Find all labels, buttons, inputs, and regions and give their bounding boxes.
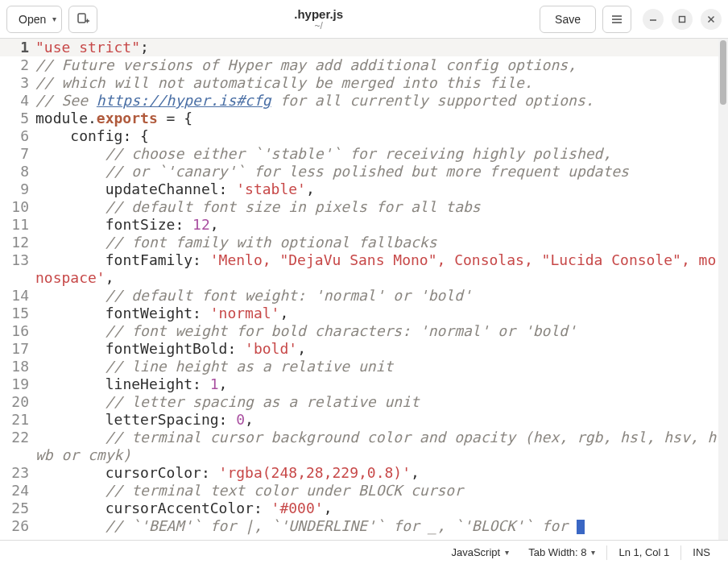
open-button[interactable]: Open ▾ xyxy=(6,6,62,33)
line-content[interactable]: fontWeight: 'normal', xyxy=(34,305,718,322)
line-number: 3 xyxy=(0,74,34,92)
line-number: 13 xyxy=(0,251,34,287)
line-number: 11 xyxy=(0,216,34,234)
line-content[interactable]: config: { xyxy=(34,127,718,145)
separator xyxy=(680,545,681,560)
line-content[interactable]: // font family with optional fallbacks xyxy=(34,234,718,251)
minimize-button[interactable] xyxy=(643,9,664,30)
save-button-label: Save xyxy=(555,13,581,26)
svg-rect-7 xyxy=(680,16,685,22)
line-content[interactable]: // line height as a relative unit xyxy=(34,358,718,375)
code-line[interactable]: 14 // default font weight: 'normal' or '… xyxy=(0,287,718,305)
open-button-label: Open xyxy=(19,13,46,26)
line-content[interactable]: fontSize: 12, xyxy=(34,216,718,234)
line-content[interactable]: // default font size in pixels for all t… xyxy=(34,198,718,216)
chevron-down-icon: ▾ xyxy=(591,548,595,557)
save-button[interactable]: Save xyxy=(540,6,596,33)
line-number: 23 xyxy=(0,464,34,482)
editor-area[interactable]: 1"use strict";2// Future versions of Hyp… xyxy=(0,39,728,540)
line-number: 17 xyxy=(0,340,34,358)
line-content[interactable]: // `'BEAM'` for |, `'UNDERLINE'` for _, … xyxy=(34,517,718,535)
maximize-button[interactable] xyxy=(672,9,693,30)
code-line[interactable]: 17 fontWeightBold: 'bold', xyxy=(0,340,718,358)
line-content[interactable]: updateChannel: 'stable', xyxy=(34,180,718,198)
scrollbar-thumb[interactable] xyxy=(720,40,726,105)
code-line[interactable]: 22 // terminal cursor background color a… xyxy=(0,429,718,464)
text-cursor xyxy=(577,520,585,534)
code-line[interactable]: 26 // `'BEAM'` for |, `'UNDERLINE'` for … xyxy=(0,517,718,535)
code-line[interactable]: 25 cursorAccentColor: '#000', xyxy=(0,500,718,517)
line-content[interactable]: // letter spacing as a relative unit xyxy=(34,393,718,411)
line-number: 20 xyxy=(0,393,34,411)
code-line[interactable]: 6 config: { xyxy=(0,127,718,145)
code-line[interactable]: 1"use strict"; xyxy=(0,39,718,56)
line-content[interactable]: cursorAccentColor: '#000', xyxy=(34,500,718,517)
code-line[interactable]: 23 cursorColor: 'rgba(248,28,229,0.8)', xyxy=(0,464,718,482)
line-number: 26 xyxy=(0,517,34,535)
line-content[interactable]: // See https://hyper.is#cfg for all curr… xyxy=(34,92,718,110)
minimize-icon xyxy=(648,15,658,24)
line-number: 18 xyxy=(0,358,34,375)
maximize-icon xyxy=(677,15,687,24)
new-document-icon xyxy=(76,12,90,27)
code-line[interactable]: 15 fontWeight: 'normal', xyxy=(0,305,718,322)
hamburger-icon xyxy=(610,13,623,26)
line-content[interactable]: fontWeightBold: 'bold', xyxy=(34,340,718,358)
new-tab-button[interactable] xyxy=(68,6,97,33)
insert-mode[interactable]: INS xyxy=(683,546,720,558)
code-line[interactable]: 13 fontFamily: 'Menlo, "DejaVu Sans Mono… xyxy=(0,251,718,287)
cursor-position[interactable]: Ln 1, Col 1 xyxy=(609,546,679,558)
titlebar: Open ▾ .hyper.js ~/ Save xyxy=(0,0,728,39)
code-line[interactable]: 2// Future versions of Hyper may add add… xyxy=(0,56,718,74)
line-content[interactable]: cursorColor: 'rgba(248,28,229,0.8)', xyxy=(34,464,718,482)
line-content[interactable]: lineHeight: 1, xyxy=(34,375,718,393)
line-number: 1 xyxy=(0,39,34,56)
code-line[interactable]: 4// See https://hyper.is#cfg for all cur… xyxy=(0,92,718,110)
line-number: 24 xyxy=(0,482,34,500)
line-content[interactable]: // default font weight: 'normal' or 'bol… xyxy=(34,287,718,305)
hamburger-menu-button[interactable] xyxy=(602,6,631,33)
line-content[interactable]: // or `'canary'` for less polished but m… xyxy=(34,163,718,180)
code-line[interactable]: 7 // choose either `'stable'` for receiv… xyxy=(0,145,718,163)
vertical-scrollbar[interactable] xyxy=(718,39,728,540)
code-lines[interactable]: 1"use strict";2// Future versions of Hyp… xyxy=(0,39,718,540)
language-selector[interactable]: JavaScript ▾ xyxy=(441,546,519,558)
tab-width-selector[interactable]: Tab Width: 8 ▾ xyxy=(519,546,605,558)
line-content[interactable]: // terminal cursor background color and … xyxy=(34,429,718,464)
line-number: 6 xyxy=(0,127,34,145)
line-content[interactable]: // terminal text color under BLOCK curso… xyxy=(34,482,718,500)
code-line[interactable]: 5module.exports = { xyxy=(0,110,718,127)
insert-mode-label: INS xyxy=(693,546,710,558)
chevron-down-icon: ▾ xyxy=(52,15,56,23)
code-line[interactable]: 12 // font family with optional fallback… xyxy=(0,234,718,251)
line-content[interactable]: "use strict"; xyxy=(34,39,718,56)
line-content[interactable]: // Future versions of Hyper may add addi… xyxy=(34,56,718,74)
code-line[interactable]: 21 letterSpacing: 0, xyxy=(0,411,718,429)
code-line[interactable]: 20 // letter spacing as a relative unit xyxy=(0,393,718,411)
line-number: 9 xyxy=(0,180,34,198)
statusbar: JavaScript ▾ Tab Width: 8 ▾ Ln 1, Col 1 … xyxy=(0,540,728,564)
line-content[interactable]: module.exports = { xyxy=(34,110,718,127)
line-content[interactable]: fontFamily: 'Menlo, "DejaVu Sans Mono", … xyxy=(34,251,718,287)
line-number: 7 xyxy=(0,145,34,163)
code-line[interactable]: 24 // terminal text color under BLOCK cu… xyxy=(0,482,718,500)
line-number: 15 xyxy=(0,305,34,322)
line-content[interactable]: letterSpacing: 0, xyxy=(34,411,718,429)
close-button[interactable] xyxy=(701,9,722,30)
document-path: ~/ xyxy=(314,21,322,31)
line-content[interactable]: // which will not automatically be merge… xyxy=(34,74,718,92)
close-icon xyxy=(706,15,716,24)
code-line[interactable]: 9 updateChannel: 'stable', xyxy=(0,180,718,198)
code-line[interactable]: 11 fontSize: 12, xyxy=(0,216,718,234)
code-line[interactable]: 16 // font weight for bold characters: '… xyxy=(0,322,718,340)
code-line[interactable]: 8 // or `'canary'` for less polished but… xyxy=(0,163,718,180)
line-content[interactable]: // choose either `'stable'` for receivin… xyxy=(34,145,718,163)
line-content[interactable]: // font weight for bold characters: 'nor… xyxy=(34,322,718,340)
line-number: 22 xyxy=(0,429,34,464)
code-line[interactable]: 19 lineHeight: 1, xyxy=(0,375,718,393)
code-line[interactable]: 10 // default font size in pixels for al… xyxy=(0,198,718,216)
separator xyxy=(606,545,607,560)
code-line[interactable]: 3// which will not automatically be merg… xyxy=(0,74,718,92)
code-line[interactable]: 18 // line height as a relative unit xyxy=(0,358,718,375)
line-number: 14 xyxy=(0,287,34,305)
